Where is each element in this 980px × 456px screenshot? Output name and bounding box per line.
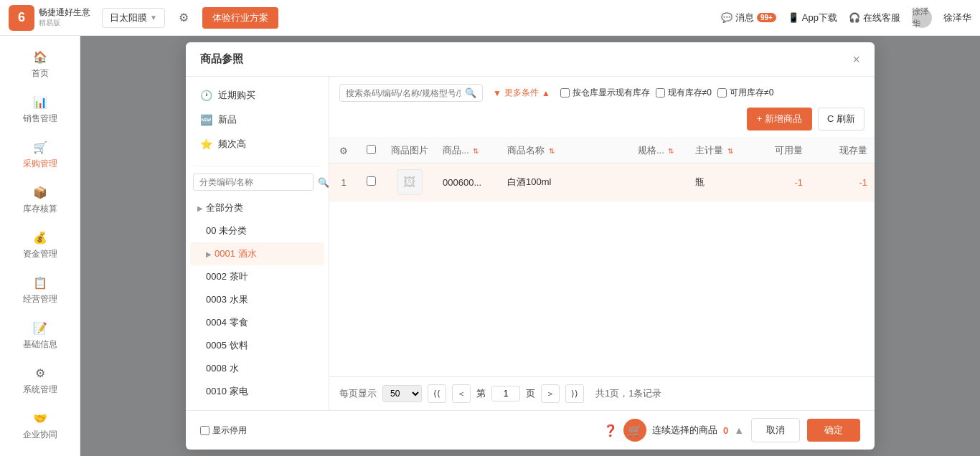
store-selector[interactable]: 日太阳膜 ▼ [102, 8, 165, 28]
first-page-button[interactable]: ⟨⟨ [428, 384, 446, 403]
row-available: -1 [745, 163, 810, 201]
sidebar-item-sales[interactable]: 📊 销售管理 [0, 87, 80, 132]
product-search-input[interactable] [346, 88, 461, 98]
modal-body: 🕐 近期购买 🆕 新品 ⭐ 频次高 [186, 77, 875, 410]
quick-item-new[interactable]: 🆕 新品 [193, 108, 321, 131]
modal-title: 商品参照 [200, 52, 243, 66]
category-tree: ▶ 全部分类 00 未分类 ▶ 0001 酒水 0002 茶 [186, 196, 329, 403]
product-table-container: ⚙ 商品图片 商品... ⇅ [329, 138, 875, 376]
cat-item-appliance[interactable]: 0010 家电 [190, 380, 324, 403]
page-size-select[interactable]: 50 10 20 100 [382, 385, 422, 402]
trial-button[interactable]: 体验行业方案 [202, 7, 278, 29]
cat-item-tea[interactable]: 0002 茶叶 [190, 265, 324, 288]
row-checkbox[interactable] [367, 176, 376, 186]
sidebar-label-system: 系统管理 [23, 384, 57, 396]
prev-page-button[interactable]: ＜ [452, 384, 471, 403]
quick-item-recent[interactable]: 🕐 近期购买 [193, 84, 321, 107]
settings-button[interactable]: ⚙ [172, 6, 195, 29]
sidebar-item-guide[interactable]: 🌟 新手引导 [0, 448, 80, 456]
help-icon[interactable]: ❓ [603, 424, 618, 437]
usable-not-zero-input[interactable] [717, 88, 727, 98]
cat-item-uncategorized[interactable]: 00 未分类 [190, 219, 324, 242]
category-search-input[interactable] [193, 174, 314, 191]
sidebar-item-purchase[interactable]: 🛒 采购管理 [0, 132, 80, 177]
show-disabled-input[interactable] [200, 426, 209, 435]
footer-left: 显示停用 [200, 424, 247, 437]
page-prefix-label: 第 [476, 387, 486, 400]
quick-item-frequent[interactable]: ⭐ 频次高 [193, 133, 321, 156]
username-label: 徐泽华 [943, 11, 971, 24]
col-header-name[interactable]: 商品名称 ⇅ [500, 138, 631, 163]
cat-item-snack[interactable]: 0004 零食 [190, 311, 324, 334]
add-product-button[interactable]: + 新增商品 [747, 108, 812, 130]
footer-right: 取消 确定 [751, 418, 860, 442]
sidebar-item-inventory[interactable]: 📦 库存核算 [0, 177, 80, 222]
recent-label: 近期购买 [218, 89, 255, 102]
cat-appliance-label: 0010 家电 [206, 385, 248, 398]
logo-name: 畅捷通好生意 [39, 7, 90, 19]
avatar-label: 徐泽华 [912, 6, 932, 30]
category-search-icon[interactable]: 🔍 [318, 177, 329, 188]
new-icon: 🆕 [200, 114, 212, 125]
settings-col-icon[interactable]: ⚙ [339, 146, 348, 156]
cat-item-all[interactable]: ▶ 全部分类 [190, 196, 324, 219]
cart-count: 0 [723, 425, 728, 436]
top-nav: 6 畅捷通好生意 精易版 日太阳膜 ▼ ⚙ 体验行业方案 💬 消息 99+ 📱 … [0, 0, 980, 36]
by-warehouse-checkbox[interactable]: 按仓库显示现有库存 [560, 87, 650, 99]
row-unit: 瓶 [688, 163, 745, 201]
sidebar-item-basic-info[interactable]: 📝 基础信息 [0, 313, 80, 358]
app-download-item[interactable]: 📱 App下载 [788, 11, 837, 24]
col-header-code[interactable]: 商品... ⇅ [435, 138, 500, 163]
col-header-available: 可用量 [745, 138, 810, 163]
sidebar-item-operations[interactable]: 📋 经营管理 [0, 267, 80, 313]
sales-icon: 📊 [32, 94, 48, 110]
messages-item[interactable]: 💬 消息 99+ [721, 11, 776, 24]
filter-button[interactable]: ▼ 更多条件 ▲ [489, 84, 555, 102]
toolbar-right: + 新增商品 C 刷新 [747, 108, 864, 130]
usable-not-zero-checkbox[interactable]: 可用库存≠0 [717, 87, 773, 99]
by-warehouse-check-input[interactable] [560, 88, 570, 98]
show-disabled-checkbox[interactable]: 显示停用 [200, 424, 247, 437]
cat-item-fruit[interactable]: 0003 水果 [190, 288, 324, 311]
available-not-zero-label: 现有库存≠0 [668, 87, 712, 99]
collapse-up-icon[interactable]: ▲ [734, 424, 744, 436]
sidebar-item-system[interactable]: ⚙ 系统管理 [0, 358, 80, 403]
next-page-button[interactable]: ＞ [541, 384, 560, 403]
cart-button[interactable]: 🛒 [623, 419, 646, 442]
avatar[interactable]: 徐泽华 [912, 8, 932, 28]
nav-right: 💬 消息 99+ 📱 App下载 🎧 在线客服 徐泽华 徐泽华 [721, 8, 971, 28]
category-search: 🔍 [186, 171, 329, 196]
product-img: 🖼 [397, 169, 423, 195]
cat-item-beverage[interactable]: 0005 饮料 [190, 334, 324, 357]
available-not-zero-checkbox[interactable]: 现有库存≠0 [656, 87, 712, 99]
store-name: 日太阳膜 [110, 11, 147, 24]
modal-main-content: 🔍 ▼ 更多条件 ▲ 按仓库显示现有库存 [329, 77, 875, 410]
product-search-icon[interactable]: 🔍 [465, 87, 476, 98]
available-not-zero-input[interactable] [656, 88, 665, 98]
sidebar-label-sales: 销售管理 [23, 113, 57, 125]
col-header-unit[interactable]: 主计量 ⇅ [688, 138, 745, 163]
table-row[interactable]: 1 🖼 000600... 白酒100ml [329, 163, 875, 201]
by-warehouse-label: 按仓库显示现有库存 [573, 87, 650, 99]
cat-item-liquor[interactable]: ▶ 0001 酒水 [190, 242, 324, 265]
row-name: 白酒100ml [500, 163, 631, 201]
cat-item-water[interactable]: 0008 水 [190, 357, 324, 380]
col-header-spec[interactable]: 规格... ⇅ [631, 138, 688, 163]
cancel-button[interactable]: 取消 [751, 418, 800, 442]
page-number-input[interactable] [491, 386, 520, 402]
sidebar-item-finance[interactable]: 💰 资金管理 [0, 222, 80, 267]
modal-close-button[interactable]: × [852, 53, 860, 66]
confirm-button[interactable]: 确定 [807, 419, 860, 442]
sidebar-label-inventory: 库存核算 [23, 203, 57, 215]
select-all-checkbox[interactable] [367, 145, 376, 154]
sidebar-item-home[interactable]: 🏠 首页 [0, 42, 80, 87]
finance-icon: 💰 [32, 229, 48, 245]
refresh-button[interactable]: C 刷新 [818, 108, 864, 130]
sidebar-item-enterprise[interactable]: 🤝 企业协同 [0, 403, 80, 448]
sidebar-label-home: 首页 [32, 67, 49, 80]
quick-access-section: 🕐 近期购买 🆕 新品 ⭐ 频次高 [186, 84, 329, 161]
online-service-item[interactable]: 🎧 在线客服 [849, 11, 900, 24]
last-page-button[interactable]: ⟩⟩ [565, 384, 584, 403]
sidebar-label-purchase: 采购管理 [23, 158, 57, 170]
col-header-checkbox [358, 138, 384, 163]
